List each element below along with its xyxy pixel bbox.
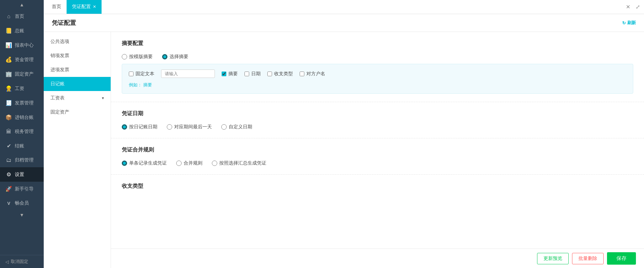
merge-summary-label: 按照选择汇总生成凭证	[219, 160, 266, 166]
tab-home-label: 首页	[52, 4, 61, 10]
sidebar-unpin-button[interactable]: ◁ 取消固定	[0, 255, 44, 268]
checkbox-income-type[interactable]: 收支类型	[267, 71, 293, 77]
tab-close-icon[interactable]: ✕	[93, 4, 96, 9]
content-area: 公共选项 销项发票 进项发票 日记账 工资表 ▾ 固定资产	[44, 32, 644, 268]
left-nav-sales-invoice[interactable]: 销项发票	[44, 49, 111, 63]
checkbox-counterparty[interactable]: 对方户名	[300, 71, 325, 77]
sidebar-item-salary[interactable]: 👷 工资	[0, 81, 44, 96]
sidebar-item-guide[interactable]: 🚀 新手引导	[0, 182, 44, 196]
save-button[interactable]: 保存	[607, 252, 636, 265]
voucher-date-radio-lastday-input[interactable]	[167, 124, 172, 130]
sidebar-item-label: 首页	[15, 13, 24, 19]
abstract-radio-template-input[interactable]	[122, 54, 127, 59]
voucher-date-journal-label: 按日记账日期	[129, 124, 157, 130]
sidebar-item-settings[interactable]: ⚙ 设置	[0, 167, 44, 182]
refresh-button[interactable]: ↻ 刷新	[622, 20, 636, 26]
checkbox-fixed-text[interactable]: 固定文本	[129, 71, 154, 77]
abstract-radio-template-label: 按模版摘要	[129, 54, 153, 60]
update-preview-button[interactable]: 更新预览	[537, 253, 569, 264]
batch-delete-button[interactable]: 批量删除	[572, 253, 604, 264]
left-nav-payroll[interactable]: 工资表 ▾	[44, 91, 111, 105]
checkbox-fixed-text-input[interactable]	[129, 72, 134, 76]
section-abstract-config: 摘要配置 按模版摘要 选择摘要	[111, 32, 644, 102]
checkbox-counterparty-input[interactable]	[300, 72, 304, 76]
sidebar-item-tax[interactable]: 🏛 税务管理	[0, 125, 44, 139]
voucher-date-radio-journal-input[interactable]	[122, 124, 127, 130]
section-voucher-date-title: 凭证日期	[122, 110, 633, 117]
left-nav-public[interactable]: 公共选项	[44, 35, 111, 49]
merge-radio-summary[interactable]: 按照选择汇总生成凭证	[212, 160, 266, 166]
voucher-date-radio-custom-input[interactable]	[221, 124, 227, 130]
abstract-radio-group: 按模版摘要 选择摘要	[122, 54, 633, 60]
section-merge-rules: 凭证合并规则 单条记录生成凭证 合并规则 按照选择汇总生成凭证	[111, 138, 644, 175]
fixed-text-input[interactable]	[161, 70, 215, 78]
abstract-radio-select-input[interactable]	[162, 54, 167, 59]
section-voucher-date: 凭证日期 按日记账日期 对应期间最后一天 自定义日期	[111, 102, 644, 138]
voucher-date-lastday-label: 对应期间最后一天	[174, 124, 212, 130]
sidebar-item-label: 发票管理	[15, 100, 34, 106]
voucher-date-radio-lastday[interactable]: 对应期间最后一天	[167, 124, 212, 130]
sidebar-item-funds[interactable]: 💰 资金管理	[0, 52, 44, 67]
sidebar-item-inout[interactable]: 📦 进销台账	[0, 110, 44, 125]
sidebar-item-vip[interactable]: V 畅会员	[0, 196, 44, 210]
tab-bar-actions: ✕ ⤢	[624, 2, 641, 11]
sidebar-item-archive[interactable]: 🗂 归档管理	[0, 153, 44, 167]
left-nav-purchase-invoice[interactable]: 进项发票	[44, 63, 111, 77]
merge-radio-merge[interactable]: 合并规则	[176, 160, 202, 166]
settings-icon: ⚙	[5, 171, 12, 178]
example-value: 摘要	[143, 82, 152, 87]
sidebar-item-reports[interactable]: 📊 报表中心	[0, 38, 44, 52]
tab-bar: 首页 凭证配置 ✕ ✕ ⤢	[44, 0, 644, 14]
refresh-icon: ↻	[622, 20, 626, 26]
unpin-icon: ◁	[5, 259, 9, 264]
window-close-icon[interactable]: ✕	[624, 2, 632, 11]
left-nav: 公共选项 销项发票 进项发票 日记账 工资表 ▾ 固定资产	[44, 32, 111, 268]
sidebar-item-home[interactable]: ⌂ 首页	[0, 9, 44, 24]
voucher-date-radio-custom[interactable]: 自定义日期	[221, 124, 252, 130]
left-nav-public-label: 公共选项	[50, 39, 69, 45]
voucher-date-radio-journal[interactable]: 按日记账日期	[122, 124, 157, 130]
sidebar-scroll-up[interactable]: ▲	[0, 0, 44, 9]
sidebar-item-ledger[interactable]: 📒 总账	[0, 24, 44, 38]
sidebar-item-label: 税务管理	[15, 129, 34, 135]
merge-radio-single[interactable]: 单条记录生成凭证	[122, 160, 167, 166]
section-income-type-title: 收支类型	[122, 183, 633, 190]
sidebar-scroll-down[interactable]: ▼	[0, 210, 44, 220]
checkbox-income-type-input[interactable]	[267, 72, 272, 76]
merge-radio-summary-input[interactable]	[212, 161, 217, 166]
left-nav-fixed-assets[interactable]: 固定资产	[44, 105, 111, 119]
bottom-bar: 更新预览 批量删除 保存	[111, 249, 644, 268]
tab-home[interactable]: 首页	[46, 0, 67, 14]
unpin-label: 取消固定	[11, 259, 28, 265]
abstract-radio-select[interactable]: 选择摘要	[162, 54, 188, 60]
right-content: 摘要配置 按模版摘要 选择摘要	[111, 32, 644, 249]
tab-voucher-config-label: 凭证配置	[72, 4, 91, 10]
guide-icon: 🚀	[5, 186, 12, 192]
sidebar-item-label: 畅会员	[15, 200, 29, 206]
checkbox-date[interactable]: 日期	[244, 71, 261, 77]
left-nav-purchase-label: 进项发票	[50, 67, 69, 73]
merge-merge-label: 合并规则	[184, 160, 202, 166]
ledger-icon: 📒	[5, 28, 12, 34]
merge-radio-single-input[interactable]	[122, 161, 127, 166]
sidebar-item-label: 新手引导	[15, 186, 34, 192]
sidebar-item-invoices[interactable]: 🧾 发票管理	[0, 96, 44, 110]
abstract-radio-template[interactable]: 按模版摘要	[122, 54, 153, 60]
funds-icon: 💰	[5, 56, 12, 63]
checkbox-counterparty-label: 对方户名	[306, 71, 325, 77]
invoices-icon: 🧾	[5, 100, 12, 106]
merge-radio-merge-input[interactable]	[176, 161, 182, 166]
sidebar-item-checkout[interactable]: ✔ 结账	[0, 139, 44, 153]
merge-single-label: 单条记录生成凭证	[129, 160, 167, 166]
tab-voucher-config[interactable]: 凭证配置 ✕	[67, 0, 102, 14]
left-nav-journal[interactable]: 日记账	[44, 77, 111, 91]
chevron-down-icon: ▾	[102, 96, 104, 100]
checkbox-abstract[interactable]: 摘要	[222, 71, 238, 77]
sidebar-item-assets[interactable]: 🏢 固定资产	[0, 67, 44, 81]
checkbox-date-input[interactable]	[244, 72, 249, 76]
left-nav-journal-label: 日记账	[50, 81, 65, 87]
abstract-radio-select-label: 选择摘要	[169, 54, 188, 60]
window-expand-icon[interactable]: ⤢	[634, 2, 641, 11]
checkbox-abstract-input[interactable]	[222, 72, 226, 76]
checkout-icon: ✔	[5, 143, 12, 149]
